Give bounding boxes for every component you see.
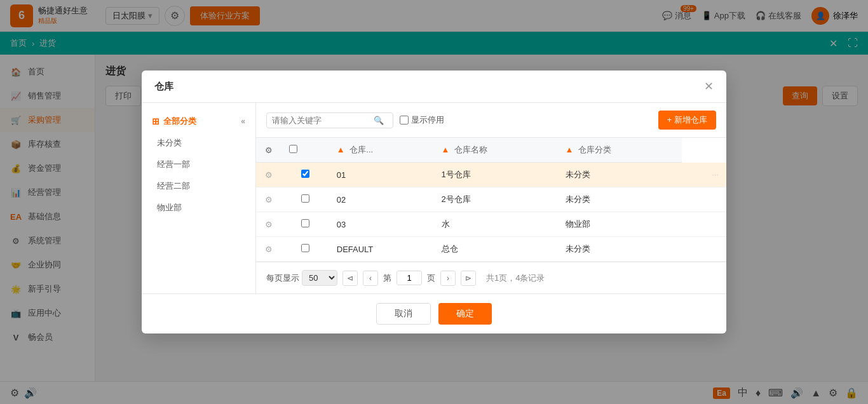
category-item-unclassified[interactable]: 未分类	[142, 132, 255, 154]
row-code-cell: DEFAULT	[329, 237, 434, 262]
grid-icon: ⊞	[152, 116, 159, 126]
modal-footer: 取消 确定	[142, 293, 726, 333]
row-gear-cell[interactable]: ⚙	[256, 187, 281, 212]
search-icon[interactable]: 🔍	[374, 116, 384, 125]
sort-icon-name: ▲	[442, 145, 450, 154]
sort-icon-cat: ▲	[566, 145, 574, 154]
row-checkbox-cell[interactable]	[281, 187, 329, 212]
category-item-property[interactable]: 物业部	[142, 197, 255, 219]
collapse-icon[interactable]: «	[241, 117, 245, 126]
sort-icon: ▲	[337, 145, 345, 154]
row-gear-cell[interactable]: ⚙	[256, 212, 281, 237]
show-disabled-checkbox[interactable]	[400, 116, 409, 125]
table-row[interactable]: ⚙ 02 2号仓库 未分类	[256, 187, 726, 212]
row-checkbox-cell[interactable]	[281, 237, 329, 262]
first-page-button[interactable]: ⊲	[342, 271, 358, 286]
confirm-button[interactable]: 确定	[438, 303, 492, 325]
warehouse-modal: 仓库 ✕ ⊞ 全部分类 « 未分类 经营一部 经营二部 物业部	[142, 71, 726, 333]
table-header-check[interactable]	[281, 138, 329, 163]
modal-header: 仓库 ✕	[142, 71, 726, 103]
table-row[interactable]: ⚙ 03 水 物业部	[256, 212, 726, 237]
modal-toolbar: 🔍 显示停用 + 新增仓库	[256, 103, 726, 138]
select-all-checkbox[interactable]	[289, 145, 297, 153]
table-row[interactable]: ⚙ 01 1号仓库 未分类 ···	[256, 163, 726, 187]
page-number-input[interactable]	[397, 271, 422, 285]
row-name-cell: 水	[434, 212, 558, 237]
category-item-ops2[interactable]: 经营二部	[142, 175, 255, 197]
row-checkbox-cell[interactable]	[281, 212, 329, 237]
row-checkbox[interactable]	[301, 244, 309, 252]
cancel-button[interactable]: 取消	[376, 303, 431, 325]
all-categories-item[interactable]: ⊞ 全部分类 «	[142, 111, 255, 132]
last-page-button[interactable]: ⊳	[461, 271, 476, 286]
row-category-cell: 物业部	[558, 212, 682, 237]
row-code-cell: 02	[329, 187, 434, 212]
row-actions-empty	[682, 212, 726, 237]
modal-title: 仓库	[154, 81, 173, 93]
modal-pagination: 每页显示 50 100 200 ⊲ ‹ 第 页 › ⊳ 共1页，4条记录	[256, 262, 726, 293]
row-code-cell: 03	[329, 212, 434, 237]
search-input[interactable]	[272, 116, 374, 125]
row-name-cell: 1号仓库	[434, 163, 558, 187]
row-actions[interactable]: ···	[682, 163, 726, 187]
show-disabled-label[interactable]: 显示停用	[400, 114, 444, 126]
next-page-button[interactable]: ›	[440, 271, 456, 286]
table-header-gear[interactable]: ⚙	[256, 138, 281, 163]
table-header-code[interactable]: ▲ 仓库...	[329, 138, 434, 163]
row-actions-empty	[682, 237, 726, 262]
row-gear-cell[interactable]: ⚙	[256, 237, 281, 262]
table-row[interactable]: ⚙ DEFAULT 总仓 未分类	[256, 237, 726, 262]
table-header-name[interactable]: ▲ 仓库名称	[434, 138, 558, 163]
total-info: 共1页，4条记录	[486, 273, 545, 284]
category-item-ops1[interactable]: 经营一部	[142, 154, 255, 175]
row-checkbox[interactable]	[301, 170, 309, 178]
modal-left-panel: ⊞ 全部分类 « 未分类 经营一部 经营二部 物业部	[142, 103, 256, 293]
row-checkbox[interactable]	[301, 194, 309, 203]
modal-right-panel: 🔍 显示停用 + 新增仓库 ⚙	[256, 103, 726, 293]
row-category-cell: 未分类	[558, 237, 682, 262]
all-categories-label: 全部分类	[163, 116, 196, 127]
row-category-cell: 未分类	[558, 163, 682, 187]
add-warehouse-button[interactable]: + 新增仓库	[658, 111, 716, 130]
search-box: 🔍	[266, 112, 393, 128]
row-category-cell: 未分类	[558, 187, 682, 212]
row-gear-cell[interactable]: ⚙	[256, 163, 281, 187]
modal-close-icon[interactable]: ✕	[704, 79, 714, 93]
table-header-category[interactable]: ▲ 仓库分类	[558, 138, 682, 163]
row-checkbox-cell[interactable]	[281, 163, 329, 187]
row-name-cell: 2号仓库	[434, 187, 558, 212]
prev-page-button[interactable]: ‹	[363, 271, 378, 286]
per-page-select[interactable]: 50 100 200	[302, 270, 337, 286]
warehouse-table: ⚙ ▲ 仓库... ▲ 仓库名称	[256, 138, 726, 262]
row-checkbox[interactable]	[301, 219, 309, 227]
modal-body: ⊞ 全部分类 « 未分类 经营一部 经营二部 物业部 🔍	[142, 103, 726, 293]
row-name-cell: 总仓	[434, 237, 558, 262]
row-code-cell: 01	[329, 163, 434, 187]
row-actions-empty	[682, 187, 726, 212]
per-page-selector: 每页显示 50 100 200	[266, 270, 337, 286]
